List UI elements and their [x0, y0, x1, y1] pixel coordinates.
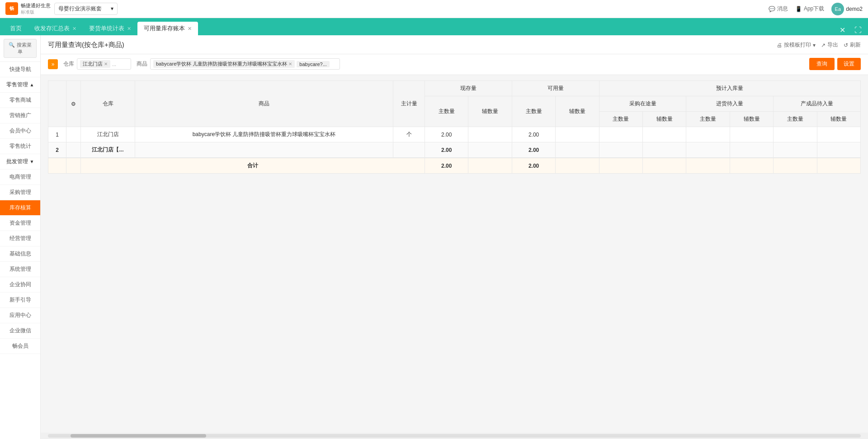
footer-purchase-aux: [643, 158, 686, 174]
row1-purchase-aux: [643, 127, 686, 142]
print-label: 按模板打印: [784, 41, 811, 49]
horizontal-scrollbar[interactable]: [41, 433, 868, 439]
sidebar-item-retail-mall[interactable]: 零售商城: [0, 93, 40, 108]
warehouse-tag-input[interactable]: 江北门店 ✕ ...: [77, 58, 131, 70]
sidebar-finance-label: 资金管理: [9, 220, 31, 226]
inventory-table: ⚙ 仓库 商品 主计量 现存量 可用量 预计入库量 主数量 辅数量 主数量 辅数…: [48, 80, 861, 174]
th-warehouse: 仓库: [81, 81, 135, 127]
search-menu-label: 搜索菜单: [17, 42, 32, 54]
logo-text: 畅捷通好生意: [21, 2, 51, 9]
sidebar-item-basic-info[interactable]: 基础信息: [0, 246, 40, 262]
sidebar-quick-nav-label: 快捷导航: [9, 66, 31, 72]
th-product: 商品: [135, 81, 393, 127]
sidebar-item-members[interactable]: 会员中心: [0, 123, 40, 139]
warehouse-tag-jiangbei: 江北门店 ✕: [80, 60, 110, 68]
user-area[interactable]: Ea demo2: [831, 3, 863, 15]
row1-incoming-main: [686, 127, 730, 142]
footer-product-main: [774, 158, 817, 174]
sidebar-item-member-vip[interactable]: 畅会员: [0, 339, 40, 354]
th-avail-main: 主数量: [512, 96, 555, 127]
chevron-down-icon-wholesale: ▼: [30, 159, 34, 164]
row2-purchase-main: [599, 142, 642, 158]
table-row: 1 江北门店 babycare学饮杯 儿童防摔防撞吸管杯重力球吸嘴杯宝宝水杯 个…: [48, 127, 861, 142]
sidebar-item-quick-nav[interactable]: 快捷导航: [0, 62, 40, 77]
th-current-main: 主数量: [425, 96, 468, 127]
th-index: [48, 81, 66, 127]
logo-text-area: 畅捷通好生意 标准版: [21, 2, 51, 15]
chevron-down-print-icon: ▾: [813, 42, 816, 48]
product-tag-input[interactable]: babycare学饮杯 儿童防摔防撞吸管杯重力球吸嘴杯宝宝水杯 ✕ babyca…: [150, 58, 340, 70]
warehouse-tag-text: 江北门店: [83, 61, 103, 67]
tab-order-stats-close-icon[interactable]: ✕: [127, 26, 131, 32]
sidebar-basic-info-label: 基础信息: [9, 250, 31, 257]
sidebar-marketing-label: 营销推广: [9, 112, 31, 118]
sidebar-item-retail-stats[interactable]: 零售统计: [0, 139, 40, 154]
logo-area: 畅 畅捷通好生意 标准版: [5, 2, 51, 15]
tab-home[interactable]: 首页: [4, 22, 28, 35]
sidebar-item-retail-mgmt[interactable]: 零售管理 ▲: [0, 77, 40, 93]
th-settings[interactable]: ⚙: [66, 81, 81, 127]
sidebar-item-enterprise-wx[interactable]: 企业微信: [0, 323, 40, 339]
app-download-button[interactable]: 📱 App下载: [795, 5, 824, 13]
content-area: 可用量查询(按仓库+商品) 🖨 按模板打印 ▾ ↗ 导出 ↺ 刷新: [41, 35, 868, 439]
sidebar-item-ecommerce[interactable]: 电商管理: [0, 170, 40, 185]
row1-product-main: [774, 127, 817, 142]
th-incoming-aux: 辅数量: [730, 112, 773, 127]
row2-product-main: [774, 142, 817, 158]
sidebar-item-enterprise[interactable]: 企业协同: [0, 277, 40, 293]
search-menu-button[interactable]: 🔍 搜索菜单: [4, 39, 37, 58]
message-button[interactable]: 💬 消息: [769, 5, 788, 13]
filter-action-buttons: 查询 设置: [809, 58, 861, 70]
search-icon: 🔍: [9, 42, 16, 47]
table-row: 2 江北门店【... 2.00 2.00: [48, 142, 861, 158]
warehouse-filter: 仓库 江北门店 ✕ ...: [63, 58, 131, 70]
sidebar-item-sys-mgmt[interactable]: 系统管理: [0, 262, 40, 277]
tab-available-stock[interactable]: 可用量库存账本 ✕: [137, 22, 198, 35]
logo-sub: 标准版: [21, 9, 51, 15]
export-button[interactable]: ↗ 导出: [821, 41, 838, 49]
warehouse-tag-close-icon[interactable]: ✕: [104, 61, 108, 66]
sidebar-item-finance[interactable]: 资金管理: [0, 216, 40, 231]
row2-incoming-main: [686, 142, 730, 158]
sidebar-item-app-center[interactable]: 应用中心: [0, 308, 40, 323]
sidebar-item-wholesale-mgmt[interactable]: 批发管理 ▼: [0, 154, 40, 170]
sidebar-app-center-label: 应用中心: [9, 312, 31, 318]
row2-product-aux: [817, 142, 860, 158]
tab-receipts-close-icon[interactable]: ✕: [72, 26, 76, 32]
refresh-label: 刷新: [850, 41, 861, 49]
close-tab-button[interactable]: ✕: [837, 25, 848, 35]
tab-available-stock-close-icon[interactable]: ✕: [188, 26, 192, 32]
product-tag-babycare2: babycare?...: [297, 61, 330, 67]
export-icon: ↗: [821, 42, 826, 48]
tab-bar: 首页 收发存汇总表 ✕ 要货单统计表 ✕ 可用量库存账本 ✕ ✕ ⛶: [0, 18, 868, 35]
row2-settings: [66, 142, 81, 158]
footer-empty2: [66, 158, 81, 174]
settings-button[interactable]: 设置: [837, 58, 861, 70]
sidebar-item-inventory[interactable]: 库存核算: [0, 200, 40, 216]
top-bar: 畅 畅捷通好生意 标准版 母婴行业演示账套 ▾ 💬 消息 📱 App下载 Ea …: [0, 0, 868, 18]
footer-incoming-main: [686, 158, 730, 174]
logo-icon: 畅: [5, 2, 18, 15]
page-title: 可用量查询(按仓库+商品): [48, 41, 124, 49]
query-button[interactable]: 查询: [809, 58, 835, 70]
tab-receipts[interactable]: 收发存汇总表 ✕: [28, 22, 83, 35]
filter-area: » 仓库 江北门店 ✕ ... 商品: [41, 54, 868, 75]
industry-selector[interactable]: 母婴行业演示账套 ▾: [54, 3, 118, 15]
filter-row: » 仓库 江北门店 ✕ ... 商品: [48, 58, 861, 70]
sidebar-item-new-guide[interactable]: 新手引导: [0, 293, 40, 308]
print-button[interactable]: 🖨 按模板打印 ▾: [777, 41, 816, 49]
row2-incoming-aux: [730, 142, 773, 158]
tab-order-stats[interactable]: 要货单统计表 ✕: [83, 22, 137, 35]
row1-index: 1: [48, 127, 66, 142]
scroll-thumb[interactable]: [71, 434, 206, 438]
sidebar-item-purchase[interactable]: 采购管理: [0, 185, 40, 200]
phone-icon: 📱: [795, 6, 802, 12]
refresh-button[interactable]: ↺ 刷新: [844, 41, 861, 49]
row1-current-aux: [468, 127, 512, 142]
product-tag-close-icon[interactable]: ✕: [288, 61, 292, 66]
filter-expand-button[interactable]: »: [48, 59, 58, 69]
expand-button[interactable]: ⛶: [852, 25, 864, 35]
sidebar-retail-mgmt-label: 零售管理: [6, 81, 28, 89]
sidebar-item-ops-mgmt[interactable]: 经营管理: [0, 231, 40, 246]
sidebar-item-marketing[interactable]: 营销推广: [0, 108, 40, 123]
